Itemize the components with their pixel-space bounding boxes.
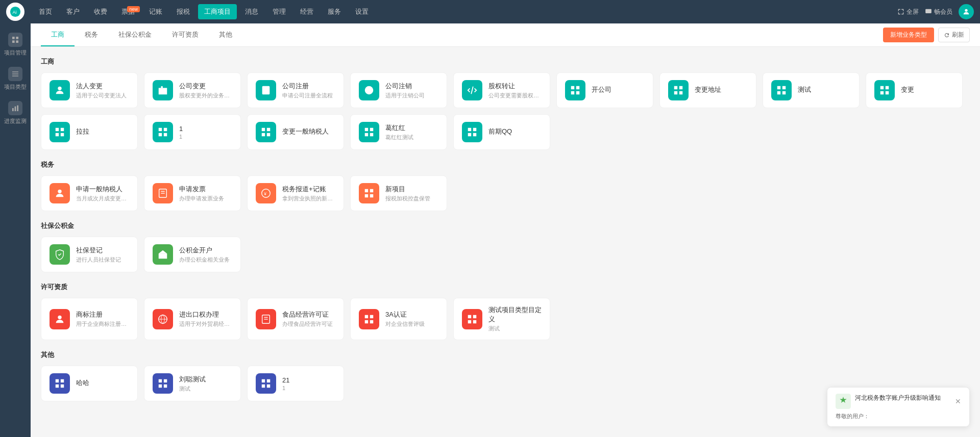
svg-rect-41 [56,128,59,131]
sidebar-label-project-management: 项目管理 [4,49,27,57]
svg-rect-9 [12,73,18,74]
card-gongjijin-kaihu[interactable]: 公积金开户 办理公积金相关业务 [144,237,241,272]
tab-shebao[interactable]: 社保公积金 [108,24,162,46]
card-name: 哈哈 [76,378,129,388]
list-icon [8,67,22,81]
nav-tax[interactable]: 报税 [170,4,196,19]
card-grid-gongshang: 法人变更 适用于公司变更法人 公司变更 股权变更外的业务变更 [41,72,970,150]
sidebar-label-progress: 进度监测 [4,117,27,125]
svg-point-75 [58,315,61,319]
svg-rect-45 [159,128,162,131]
sidebar-item-project-management[interactable]: 项目管理 [0,28,31,62]
card-faren-biangeng[interactable]: 法人变更 适用于公司变更法人 [41,72,138,108]
svg-rect-55 [365,133,368,136]
svg-rect-31 [674,91,677,94]
nav-bookkeeping[interactable]: 记账 [143,4,168,19]
nav-message[interactable]: 消息 [239,4,264,19]
scroll-content: 工商 法人变更 适用于公司变更法人 公司变更 [31,47,980,437]
svg-rect-35 [777,91,780,94]
section-title-xuke: 许可资质 [41,282,970,292]
card-ceshi-type[interactable]: 测试项目类型目定义 测试 [453,298,550,340]
tab-qita[interactable]: 其他 [209,24,242,46]
nav-management[interactable]: 管理 [266,4,292,19]
card-xin-xiangmu[interactable]: 新项目 报税加税控盘保管 [350,175,447,211]
card-gongsi-biangeng[interactable]: 公司变更 股权变更外的业务变更 [144,72,241,108]
nav-menu: 首页 客户 收费 票据new 记账 报税 工商项目 消息 管理 经营 服务 设置 [33,4,897,19]
card-guquan-zhuanrang[interactable]: 股权转让 公司变更需要股权转让 [453,72,550,108]
card-21[interactable]: 21 1 [247,366,344,401]
card-name: 税务报道+记账 [282,185,335,194]
card-desc: 办理公积金相关业务 [179,256,232,264]
nav-invoice[interactable]: 票据new [115,4,141,19]
nav-settings[interactable]: 设置 [349,4,375,19]
card-kai-gongsi[interactable]: 开公司 [556,72,653,108]
card-name: 变更一般纳税人 [282,127,335,136]
sidebar-label-project-type: 项目类型 [4,83,27,91]
svg-rect-48 [164,133,167,136]
card-icon-grid8 [359,122,379,142]
card-biangeng-dizhi[interactable]: 变更地址 [659,72,756,108]
section-title-shuiwu: 税务 [41,160,970,169]
refresh-button[interactable]: 刷新 [938,28,970,42]
card-haha[interactable]: 哈哈 [41,366,138,401]
svg-rect-43 [56,133,59,136]
card-name: 新项目 [385,185,438,194]
card-gehonghong[interactable]: 葛红红 葛红红测试 [350,114,447,150]
card-grid-shebao: 社保登记 进行人员社保登记 公积金开户 办理公积金相关业务 [41,237,970,272]
card-name: 葛红红 [385,123,438,133]
nav-service[interactable]: 服务 [322,4,347,19]
card-shenqing-nashui[interactable]: 申请一般纳税人 当月或次月成变更完成 [41,175,138,211]
card-shenqing-fapiao[interactable]: 申请发票 办理申请发票业务 [144,175,241,211]
card-icon-grid9 [462,122,482,142]
nav-billing[interactable]: 收费 [88,4,113,19]
top-navbar: Ai 首页 客户 收费 票据new 记账 报税 工商项目 消息 管理 经营 服务… [0,0,980,23]
sidebar-item-progress[interactable]: 进度监测 [0,96,31,130]
card-biangeng2[interactable]: 变更 [866,72,963,108]
svg-rect-16 [161,90,162,91]
card-shebao-dengji[interactable]: 社保登记 进行人员社保登记 [41,237,138,272]
card-qianqi-qq[interactable]: 前期QQ [453,114,550,150]
svg-rect-60 [473,133,476,136]
tab-shuiwu[interactable]: 税务 [75,24,108,46]
nav-customer[interactable]: 客户 [60,4,86,19]
chart-icon [8,101,22,115]
card-jinchukou[interactable]: 进出口权办理 适用于对外贸易经营者 [144,298,241,340]
card-one[interactable]: 1 1 [144,114,241,150]
fullscreen-button[interactable]: 全屏 [897,8,919,16]
card-gongsi-zhuce[interactable]: 公司注册 申请公司注册全流程 [247,72,344,108]
card-biangeng-nashui[interactable]: 变更一般纳税人 [247,114,344,150]
svg-rect-5 [16,37,18,39]
tab-xuke[interactable]: 许可资质 [162,24,209,46]
member-button[interactable]: 畅会员 [925,8,952,16]
card-desc: 测试 [488,325,542,332]
svg-rect-92 [159,379,162,382]
card-shipin-xuke[interactable]: 食品经营许可证 办理食品经营许可证 [247,298,344,340]
svg-rect-13 [17,106,18,111]
add-type-button[interactable]: 新增业务类型 [883,28,934,42]
nav-industrial[interactable]: 工商项目 [198,4,237,19]
card-3a-renzheng[interactable]: 3A认证 对企业信誉评级 [350,298,447,340]
svg-rect-93 [164,379,167,382]
svg-rect-85 [473,315,476,318]
card-desc: 测试 [179,385,232,393]
card-gongsi-zhuxiao[interactable]: 公司注销 适用于注销公司 [350,72,447,108]
card-shuiwu-baodao[interactable]: ¥ 税务报道+记账 拿到营业执照的新公司 [247,175,344,211]
sidebar-item-project-type[interactable]: 项目类型 [0,62,31,96]
app-logo[interactable]: Ai [6,3,24,21]
svg-rect-97 [267,379,270,382]
svg-rect-54 [370,128,373,131]
card-grid-xuke: 商标注册 用于企业商标注册服务 进出口权办理 适用于对外贸易经营者 [41,298,970,340]
card-shangbiao-zhuce[interactable]: 商标注册 用于企业商标注册服务 [41,298,138,340]
user-avatar[interactable] [959,4,974,19]
nav-home[interactable]: 首页 [33,4,58,19]
svg-rect-89 [61,379,64,382]
section-title-shebao: 社保公积金 [41,221,970,230]
notification-close-button[interactable]: ✕ [955,397,961,405]
card-icon-person [50,80,70,100]
card-ceshi[interactable]: 测试 [763,72,860,108]
nav-operation[interactable]: 经营 [294,4,320,19]
card-lala[interactable]: 拉拉 [41,114,138,150]
svg-rect-56 [370,133,373,136]
card-liucong-ceshi[interactable]: 刘聪测试 测试 [144,366,241,401]
tab-gongshang[interactable]: 工商 [41,24,75,46]
